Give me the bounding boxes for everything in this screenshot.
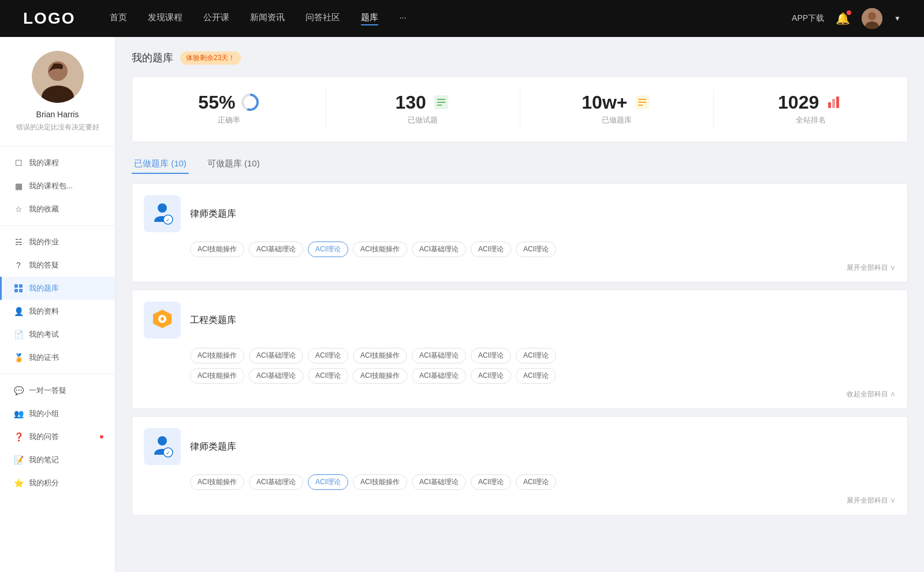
qbank-expand-button[interactable]: 展开全部科目 ∨ bbox=[847, 263, 896, 273]
sidebar-item-exam[interactable]: 📄 我的考试 bbox=[0, 323, 115, 346]
qbank-tag[interactable]: ACI理论 bbox=[308, 368, 348, 384]
sidebar-item-exam-label: 我的考试 bbox=[29, 329, 59, 340]
nav-qbank[interactable]: 题库 bbox=[361, 12, 378, 25]
tab-available[interactable]: 可做题库 (10) bbox=[205, 154, 262, 174]
sidebar-item-course-pkg[interactable]: ▦ 我的课程包... bbox=[0, 174, 115, 198]
sidebar-menu: ☐ 我的课程 ▦ 我的课程包... ☆ 我的收藏 ☵ 我的作业 ? 我的答疑 bbox=[0, 151, 115, 495]
tab-done[interactable]: 已做题库 (10) bbox=[132, 154, 189, 174]
sidebar-divider-2 bbox=[0, 225, 115, 226]
qbank-expand-button-2[interactable]: 展开全部科目 ∨ bbox=[847, 496, 896, 506]
stat-qbanks-label: 已做题库 bbox=[602, 115, 632, 125]
qbank-tag[interactable]: ACI理论 bbox=[471, 348, 511, 363]
nav-more[interactable]: ··· bbox=[399, 12, 407, 25]
nav-news[interactable]: 新闻资讯 bbox=[250, 12, 285, 25]
sidebar-item-group[interactable]: 👥 我的小组 bbox=[0, 402, 115, 425]
stat-accuracy-label: 正确率 bbox=[218, 115, 240, 125]
qbank-tag[interactable]: ACI基础理论 bbox=[249, 368, 303, 384]
sidebar-item-favorites[interactable]: ☆ 我的收藏 bbox=[0, 198, 115, 221]
qbank-tag[interactable]: ACI技能操作 bbox=[353, 242, 407, 257]
qbank-tag-active[interactable]: ACI理论 bbox=[308, 242, 348, 257]
qbank-tag-active[interactable]: ACI理论 bbox=[308, 474, 348, 490]
nav-qa[interactable]: 问答社区 bbox=[305, 12, 340, 25]
sidebar-item-points[interactable]: ⭐ 我的积分 bbox=[0, 471, 115, 495]
group-icon: 👥 bbox=[14, 409, 23, 418]
qbank-tag[interactable]: ACI理论 bbox=[471, 242, 511, 257]
qbank-card-2: ✓ 律师类题库 ACI技能操作 ACI基础理论 ACI理论 ACI技能操作 AC… bbox=[132, 416, 908, 515]
qbank-tag[interactable]: ACI基础理论 bbox=[412, 474, 466, 490]
qbank-card-2-header: ✓ 律师类题库 bbox=[144, 428, 896, 465]
stat-qbanks-value: 10w+ bbox=[582, 93, 627, 112]
qbank-tag[interactable]: ACI基础理论 bbox=[249, 348, 303, 363]
qbank-tag[interactable]: ACI技能操作 bbox=[190, 348, 244, 363]
qbank-tag[interactable]: ACI理论 bbox=[516, 474, 556, 490]
qbank-tag[interactable]: ACI基础理论 bbox=[249, 242, 303, 257]
qbank-tag[interactable]: ACI技能操作 bbox=[190, 242, 244, 257]
stat-rank-label: 全站排名 bbox=[796, 115, 826, 125]
user-menu-chevron[interactable]: ▼ bbox=[894, 14, 901, 23]
qbank-tag[interactable]: ACI技能操作 bbox=[190, 368, 244, 384]
sidebar-item-qa[interactable]: ? 我的答疑 bbox=[0, 254, 115, 277]
sidebar-item-notes[interactable]: 📝 我的笔记 bbox=[0, 448, 115, 471]
qbank-tag[interactable]: ACI基础理论 bbox=[412, 242, 466, 257]
qbank-tag[interactable]: ACI理论 bbox=[516, 242, 556, 257]
qbank-tag[interactable]: ACI理论 bbox=[471, 368, 511, 384]
sidebar-item-1on1[interactable]: 💬 一对一答疑 bbox=[0, 379, 115, 402]
qbank-card-2-tags: ACI技能操作 ACI基础理论 ACI理论 ACI技能操作 ACI基础理论 AC… bbox=[144, 474, 896, 490]
user-avatar[interactable] bbox=[862, 8, 882, 29]
trial-badge: 体验剩余23天！ bbox=[180, 51, 241, 65]
qbank-tag[interactable]: ACI技能操作 bbox=[353, 474, 407, 490]
app-download-button[interactable]: APP下载 bbox=[792, 13, 824, 24]
svg-point-1 bbox=[868, 12, 876, 20]
qbank-tag[interactable]: ACI基础理论 bbox=[412, 368, 466, 384]
sidebar-item-points-label: 我的积分 bbox=[29, 478, 59, 488]
sidebar-item-questions[interactable]: ❓ 我的问答 bbox=[0, 425, 115, 448]
stat-done-questions: 130 已做试题 bbox=[326, 88, 520, 130]
svg-point-28 bbox=[161, 317, 164, 321]
bar-chart-icon bbox=[825, 93, 843, 112]
list-icon bbox=[432, 93, 450, 112]
pie-chart-icon bbox=[241, 93, 259, 112]
people-icon: 👤 bbox=[14, 307, 23, 316]
qbank-tag[interactable]: ACI技能操作 bbox=[353, 348, 407, 363]
notification-bell[interactable]: 🔔 bbox=[836, 12, 850, 25]
main-content: 我的题库 体验剩余23天！ 55% 正确率 bbox=[116, 37, 924, 572]
stat-done-qbanks: 10w+ 已做题库 bbox=[520, 88, 714, 130]
qbank-tag[interactable]: ACI理论 bbox=[308, 348, 348, 363]
svg-text:✓: ✓ bbox=[166, 217, 170, 223]
qbank-card-1-tags: ACI技能操作 ACI基础理论 ACI理论 ACI技能操作 ACI基础理论 AC… bbox=[144, 348, 896, 363]
sidebar-item-qbank[interactable]: 我的题库 bbox=[0, 277, 115, 300]
qbank-tag[interactable]: ACI基础理论 bbox=[249, 474, 303, 490]
qa-notification-dot bbox=[100, 435, 103, 439]
qbank-card-0-title: 律师类题库 bbox=[190, 208, 236, 220]
qbank-card-0-tags: ACI技能操作 ACI基础理论 ACI理论 ACI技能操作 ACI基础理论 AC… bbox=[144, 242, 896, 257]
qbank-tag[interactable]: ACI技能操作 bbox=[353, 368, 407, 384]
logo[interactable]: LOGO bbox=[23, 9, 75, 28]
page-layout: Brian Harris 错误的决定比没有决定要好 ☐ 我的课程 ▦ 我的课程包… bbox=[0, 37, 924, 572]
qbank-card-2-title: 律师类题库 bbox=[190, 441, 236, 453]
sidebar-item-profile[interactable]: 👤 我的资料 bbox=[0, 300, 115, 323]
qbank-tag[interactable]: ACI技能操作 bbox=[190, 474, 244, 490]
sidebar-item-qa-label: 我的答疑 bbox=[29, 260, 59, 270]
sidebar-item-cert-label: 我的证书 bbox=[29, 352, 59, 363]
bar-icon: ▦ bbox=[14, 181, 23, 191]
sidebar-item-profile-label: 我的资料 bbox=[29, 306, 59, 317]
gold-icon bbox=[633, 93, 651, 112]
sidebar-item-homework[interactable]: ☵ 我的作业 bbox=[0, 231, 115, 254]
nav-discover[interactable]: 发现课程 bbox=[148, 12, 182, 25]
file2-icon: 📄 bbox=[14, 330, 23, 339]
svg-point-24 bbox=[158, 203, 167, 213]
cert-icon: 🏅 bbox=[14, 353, 23, 362]
sidebar-item-qbank-label: 我的题库 bbox=[29, 283, 59, 294]
chat-icon: 💬 bbox=[14, 386, 23, 395]
nav-open-course[interactable]: 公开课 bbox=[203, 12, 229, 25]
sidebar-item-cert[interactable]: 🏅 我的证书 bbox=[0, 346, 115, 369]
sidebar-item-course[interactable]: ☐ 我的课程 bbox=[0, 151, 115, 174]
qbank-collapse-button[interactable]: 收起全部科目 ∧ bbox=[847, 389, 896, 399]
qbank-tag[interactable]: ACI基础理论 bbox=[412, 348, 466, 363]
qbank-tag[interactable]: ACI理论 bbox=[516, 348, 556, 363]
qbank-tag[interactable]: ACI理论 bbox=[471, 474, 511, 490]
points-icon: ⭐ bbox=[14, 478, 23, 488]
nav-home[interactable]: 首页 bbox=[110, 12, 127, 25]
qbank-tag[interactable]: ACI理论 bbox=[516, 368, 556, 384]
note-icon: 📝 bbox=[14, 455, 23, 465]
